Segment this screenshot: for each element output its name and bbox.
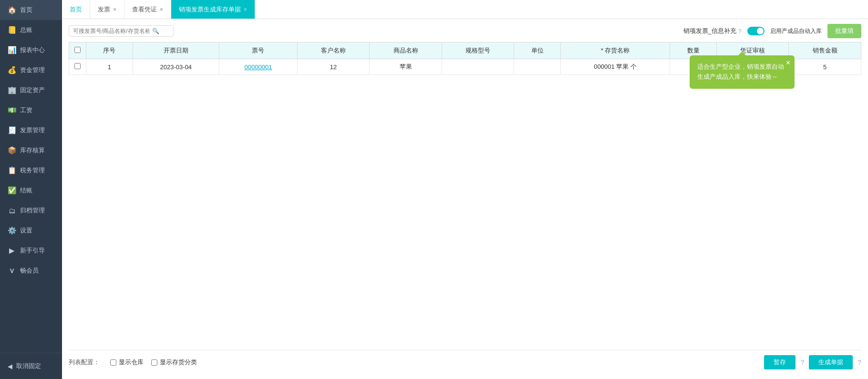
- tooltip-bubble: ✕ 适合生产型企业，销项发票自动生成产成品入库，快来体验～: [690, 55, 795, 89]
- row-spec: [442, 59, 514, 75]
- sidebar-item-inventory[interactable]: 📦 库存核算: [0, 140, 62, 160]
- row-inventory[interactable]: 000001 苹果 个: [560, 59, 670, 75]
- row-customer: 12: [297, 59, 370, 75]
- header-seq: 序号: [86, 42, 133, 59]
- tab-return-invoice[interactable]: 销项发票生成库存单据 ×: [171, 0, 255, 19]
- row-checkbox[interactable]: [74, 63, 81, 69]
- sidebar-item-invoice[interactable]: 🧾 发票管理: [0, 120, 62, 140]
- row-ticket-no[interactable]: 00000001: [219, 59, 298, 75]
- bottom-bar: 列表配置： 显示仓库 显示存货分类 暂存 ? 生成单据 ?: [69, 350, 861, 374]
- tab-home[interactable]: 首页: [62, 0, 90, 19]
- sidebar-label-invoice: 发票管理: [20, 126, 45, 135]
- row-sales-amount: 5: [789, 59, 861, 75]
- tab-home-label: 首页: [70, 5, 82, 14]
- tab-voucher-label: 查看凭证: [132, 5, 157, 14]
- header-ticket-no: 票号: [219, 42, 298, 59]
- fund-icon: 💰: [8, 66, 16, 74]
- row-seq: 1: [86, 59, 133, 75]
- fixed-assets-icon: 🏢: [8, 86, 16, 95]
- bottom-actions: 暂存 ? 生成单据 ?: [764, 355, 861, 369]
- show-category-checkbox[interactable]: [151, 359, 157, 366]
- sidebar-item-tax[interactable]: 📋 税务管理: [0, 160, 62, 180]
- sidebar-label-inventory: 库存核算: [20, 146, 45, 155]
- sidebar-item-archive[interactable]: 🗂 归档管理: [0, 200, 62, 221]
- sidebar-label-vip: 畅会员: [20, 266, 39, 275]
- tab-invoice-close[interactable]: ×: [113, 6, 116, 13]
- toolbar-right: 销项发票_信息补充 ? 启用产成品自动入库 批量填: [683, 24, 861, 38]
- table-wrap: 序号 开票日期 票号 客户名称 商品名称: [69, 42, 861, 348]
- row-date: 2023-03-04: [133, 59, 219, 75]
- generate-help-icon[interactable]: ?: [858, 358, 861, 366]
- sidebar-label-home: 首页: [20, 6, 32, 14]
- tax-icon: 📋: [8, 166, 16, 175]
- row-product-name: 苹果: [370, 59, 442, 75]
- save-help-icon[interactable]: ?: [800, 358, 804, 366]
- ticket-link[interactable]: 00000001: [245, 63, 272, 71]
- settle-icon: ✅: [8, 186, 16, 195]
- header-date: 开票日期: [133, 42, 219, 59]
- tab-invoice[interactable]: 发票 ×: [90, 0, 124, 19]
- generate-button[interactable]: 生成单据: [809, 355, 853, 369]
- sidebar-label-fund: 资金管理: [20, 66, 45, 74]
- sidebar-label-ledger: 总账: [20, 26, 32, 34]
- show-category-label[interactable]: 显示存货分类: [151, 358, 197, 367]
- sidebar-item-guide[interactable]: ▶ 新手引导: [0, 241, 62, 261]
- info-help-icon[interactable]: ?: [738, 28, 742, 35]
- sidebar-item-settle[interactable]: ✅ 结账: [0, 180, 62, 200]
- header-sales-amount: 销售金额: [789, 42, 861, 59]
- ledger-icon: 📒: [8, 26, 16, 34]
- sidebar-label-report: 报表中心: [20, 46, 45, 54]
- header-product-name: 商品名称: [370, 42, 442, 59]
- search-input[interactable]: [73, 28, 149, 34]
- header-unit: 单位: [514, 42, 561, 59]
- sidebar-item-vip[interactable]: V 畅会员: [0, 261, 62, 281]
- show-warehouse-label[interactable]: 显示仓库: [110, 358, 144, 367]
- select-all-checkbox[interactable]: [74, 47, 81, 53]
- show-category-text: 显示存货分类: [160, 358, 197, 367]
- toggle-label: 启用产成品自动入库: [770, 27, 822, 35]
- list-config-label: 列表配置：: [69, 358, 100, 367]
- tab-voucher[interactable]: 查看凭证 ×: [124, 0, 171, 19]
- sidebar-item-fund[interactable]: 💰 资金管理: [0, 60, 62, 80]
- search-icon[interactable]: 🔍: [152, 28, 159, 34]
- row-unit: [514, 59, 561, 75]
- page-content: 🔍 销项发票_信息补充 ? 启用产成品自动入库 批量填: [62, 19, 868, 379]
- sidebar-label-guide: 新手引导: [20, 246, 45, 255]
- sidebar-item-ledger[interactable]: 📒 总账: [0, 20, 62, 40]
- archive-icon: 🗂: [8, 207, 16, 215]
- undo-fixed-button[interactable]: ◀ 取消固定: [0, 357, 62, 375]
- show-warehouse-text: 显示仓库: [119, 358, 144, 367]
- sidebar-label-settle: 结账: [20, 186, 32, 195]
- toggle-switch[interactable]: [747, 27, 765, 35]
- invoice-icon: 🧾: [8, 126, 16, 135]
- undo-fixed-label: 取消固定: [16, 362, 41, 370]
- tab-voucher-close[interactable]: ×: [160, 6, 163, 13]
- show-warehouse-checkbox[interactable]: [110, 359, 116, 366]
- guide-icon: ▶: [8, 246, 16, 255]
- toggle-track: [747, 27, 765, 35]
- sidebar-bottom: ◀ 取消固定: [0, 353, 62, 379]
- sidebar-label-settings: 设置: [20, 226, 32, 235]
- tab-bar: 首页 发票 × 查看凭证 × 销项发票生成库存单据 ×: [62, 0, 868, 19]
- sidebar-label-payroll: 工资: [20, 106, 32, 115]
- sidebar: 🏠 首页 📒 总账 📊 报表中心 💰 资金管理 🏢 固定资产 💵 工资 🧾 发票…: [0, 0, 62, 379]
- header-spec: 规格型号: [442, 42, 514, 59]
- header-inventory: * 存货名称: [560, 42, 670, 59]
- header-customer: 客户名称: [297, 42, 370, 59]
- inventory-icon: 📦: [8, 146, 16, 155]
- sidebar-item-settings[interactable]: ⚙️ 设置: [0, 221, 62, 241]
- search-box[interactable]: 🔍: [69, 25, 174, 37]
- home-icon: 🏠: [8, 6, 16, 14]
- sidebar-label-fixed: 固定资产: [20, 86, 45, 95]
- save-button[interactable]: 暂存: [764, 355, 796, 369]
- sidebar-item-home[interactable]: 🏠 首页: [0, 0, 62, 20]
- tooltip-close-button[interactable]: ✕: [785, 58, 791, 68]
- sidebar-item-payroll[interactable]: 💵 工资: [0, 100, 62, 120]
- batch-fill-button[interactable]: 批量填: [827, 24, 861, 38]
- sidebar-item-report[interactable]: 📊 报表中心: [0, 40, 62, 60]
- undo-icon: ◀: [8, 363, 12, 370]
- info-label: 销项发票_信息补充 ?: [683, 27, 742, 35]
- tab-return-invoice-close[interactable]: ×: [244, 6, 247, 13]
- sidebar-label-tax: 税务管理: [20, 166, 45, 175]
- sidebar-item-fixed-assets[interactable]: 🏢 固定资产: [0, 80, 62, 100]
